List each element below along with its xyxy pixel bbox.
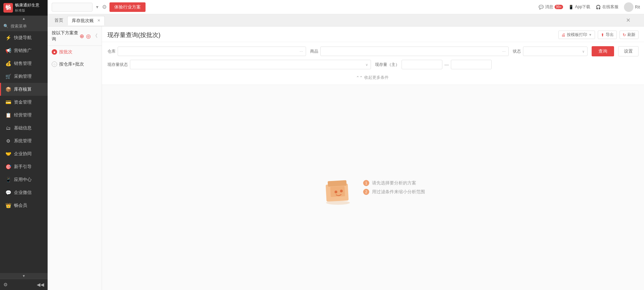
goods-filter-group: 商品 ··· xyxy=(310,47,509,56)
warehouse-input[interactable]: ··· xyxy=(118,47,306,56)
tab-batch[interactable]: 库存批次账 ✕ xyxy=(67,16,105,25)
sidebar-item-finance[interactable]: 💳 资金管理 xyxy=(0,96,48,109)
page-header: 现存量查询(按批次) 🖨 按模板打印 ▼ ⬆ 导出 ↻ 刷新 xyxy=(102,26,644,42)
stock-qty-dash: — xyxy=(444,62,449,67)
sidebar-icon-operation: 📋 xyxy=(5,112,11,118)
goods-dots-icon[interactable]: ··· xyxy=(502,49,506,54)
print-chevron-icon: ▼ xyxy=(589,33,592,37)
left-panel: 按以下方案查询 ⊕ ◎ 《 ● 按批次 ○ 按仓库+批次 xyxy=(48,26,102,290)
tip-num-2: 2 xyxy=(363,189,369,195)
sidebar-label-guide: 新手引导 xyxy=(14,164,32,170)
data-area: 1 请先选择要分析的方案 2 用过滤条件来缩小分析范围 xyxy=(102,85,644,290)
sidebar-item-sales[interactable]: 💰 销售管理 xyxy=(0,57,48,70)
sidebar-icon-sales: 💰 xyxy=(5,60,11,67)
sidebar-item-wechat[interactable]: 💬 企业微信 xyxy=(0,186,48,199)
sidebar-menu: ⚡ 快捷导航 📢 营销推广 💰 销售管理 🛒 采购管理 📦 库存核算 💳 资金管… xyxy=(0,31,48,273)
sidebar-item-quick-nav[interactable]: ⚡ 快捷导航 xyxy=(0,31,48,44)
export-icon: ⬆ xyxy=(601,33,604,37)
sidebar-label-wechat: 企业微信 xyxy=(14,189,32,196)
sidebar-search[interactable]: 🔍 搜索菜单 xyxy=(0,21,48,31)
refresh-button[interactable]: ↻ 刷新 xyxy=(620,31,639,39)
sidebar-label-finance: 资金管理 xyxy=(14,99,32,105)
svg-rect-2 xyxy=(328,180,347,187)
empty-tips: 1 请先选择要分析的方案 2 用过滤条件来缩小分析范围 xyxy=(363,180,425,195)
plan-item-warehouse-batch[interactable]: ○ 按仓库+批次 xyxy=(48,58,102,70)
tab-panel-close-icon[interactable]: ✕ xyxy=(626,17,630,23)
sidebar-item-collab[interactable]: 🤝 企业协同 xyxy=(0,147,48,160)
filter-row-1: 仓库 ··· 商品 ··· 状态 xyxy=(107,46,639,56)
tab-home[interactable]: 首页 xyxy=(50,16,67,25)
status-select[interactable]: ∨ xyxy=(523,47,588,56)
phone-icon: 📱 xyxy=(569,5,574,10)
sidebar-item-purchase[interactable]: 🛒 采购管理 xyxy=(0,70,48,83)
add-plan-icon[interactable]: ⊕ xyxy=(80,33,84,39)
headset-icon: 🎧 xyxy=(596,5,601,10)
topbar-chevron-icon[interactable]: ▼ xyxy=(95,5,99,10)
settings-button[interactable]: 设置 xyxy=(618,46,639,56)
stock-status-select[interactable]: ∨ xyxy=(130,60,371,69)
main-area: ▼ ⚙ 体验行业方案 💬 消息 99+ 📱 App下载 🎧 在线客服 Rit xyxy=(48,0,644,290)
collapse-panel-icon[interactable]: 《 xyxy=(93,33,98,39)
empty-state: 1 请先选择要分析的方案 2 用过滤条件来缩小分析范围 xyxy=(321,169,425,206)
sidebar-footer: ⚙ ◀◀ xyxy=(0,279,48,290)
collapse-up-icon: ⌃⌃ xyxy=(356,75,363,80)
topbar-search-box xyxy=(52,3,92,12)
service-button[interactable]: 🎧 在线客服 xyxy=(596,4,618,10)
query-button[interactable]: 查询 xyxy=(592,46,614,56)
avatar-image xyxy=(624,2,633,12)
status-arrow-icon: ∨ xyxy=(582,50,584,53)
goods-label: 商品 xyxy=(310,49,318,54)
goods-input[interactable]: ··· xyxy=(320,47,509,56)
collapse-icon[interactable]: ◀◀ xyxy=(37,282,44,287)
sidebar-scroll-up[interactable]: ▲ xyxy=(0,16,48,21)
tip-num-1: 1 xyxy=(363,180,369,186)
sidebar-icon-marketing: 📢 xyxy=(5,48,11,54)
plan-item-batch[interactable]: ● 按批次 xyxy=(48,46,102,58)
sidebar-item-inventory[interactable]: 📦 库存核算 xyxy=(0,83,48,96)
experience-button[interactable]: 体验行业方案 xyxy=(109,2,146,12)
sidebar-item-marketing[interactable]: 📢 营销推广 xyxy=(0,44,48,57)
sidebar-icon-apps: 📱 xyxy=(5,177,11,183)
left-panel-actions: ⊕ ◎ 《 xyxy=(80,33,98,39)
sidebar-label-marketing: 营销推广 xyxy=(14,48,32,54)
settings-plan-icon[interactable]: ◎ xyxy=(86,33,91,39)
settings-icon[interactable]: ⚙ xyxy=(3,282,8,287)
app-download-button[interactable]: 📱 App下载 xyxy=(569,4,590,10)
user-avatar[interactable]: Rit xyxy=(624,2,640,12)
status-filter-group: 状态 ∨ xyxy=(513,47,588,56)
batch-plan-icon: ● xyxy=(52,49,57,55)
search-icon: 🔍 xyxy=(3,24,9,29)
tip-item-1: 1 请先选择要分析的方案 xyxy=(363,180,425,186)
stock-qty-min-input[interactable] xyxy=(402,60,442,69)
print-button[interactable]: 🖨 按模板打印 ▼ xyxy=(558,31,595,39)
sidebar-label-inventory: 库存核算 xyxy=(14,86,32,92)
sidebar-icon-purchase: 🛒 xyxy=(5,73,11,79)
sidebar-item-base[interactable]: 🗂 基础信息 xyxy=(0,122,48,134)
topbar-left: ▼ ⚙ 体验行业方案 xyxy=(52,2,146,12)
sidebar-icon-collab: 🤝 xyxy=(5,151,11,157)
stock-qty-max-input[interactable] xyxy=(451,60,492,69)
warehouse-dots-icon[interactable]: ··· xyxy=(300,49,303,54)
tab-close-icon[interactable]: ✕ xyxy=(97,18,100,23)
collapse-row[interactable]: ⌃⌃ 收起更多条件 xyxy=(107,73,639,80)
sidebar-icon-finance: 💳 xyxy=(5,99,11,105)
sidebar-item-guide[interactable]: 🎯 新手引导 xyxy=(0,160,48,173)
sidebar-item-member[interactable]: 👑 畅会员 xyxy=(0,199,48,212)
stock-status-label: 现存量状态 xyxy=(107,62,128,68)
status-label: 状态 xyxy=(513,49,521,54)
tip-item-2: 2 用过滤条件来缩小分析范围 xyxy=(363,189,425,195)
sidebar-icon-guide: 🎯 xyxy=(5,164,11,170)
sidebar-item-operation[interactable]: 📋 经营管理 xyxy=(0,109,48,122)
topbar-gear-icon[interactable]: ⚙ xyxy=(102,4,107,10)
sidebar-scroll-down[interactable]: ▼ xyxy=(0,273,48,279)
sidebar-label-collab: 企业协同 xyxy=(14,151,32,157)
sidebar-item-apps[interactable]: 📱 应用中心 xyxy=(0,173,48,186)
sidebar-item-system[interactable]: ⚙ 系统管理 xyxy=(0,134,48,147)
sidebar-brand: 畅康通好生意 标准版 xyxy=(15,3,39,13)
export-button[interactable]: ⬆ 导出 xyxy=(598,31,617,39)
warehouse-label: 仓库 xyxy=(107,49,116,54)
left-panel-header: 按以下方案查询 ⊕ ◎ 《 xyxy=(48,26,102,46)
sidebar-icon-wechat: 💬 xyxy=(5,189,11,196)
stock-status-filter-group: 现存量状态 ∨ xyxy=(107,60,371,69)
message-button[interactable]: 💬 消息 99+ xyxy=(539,4,563,10)
